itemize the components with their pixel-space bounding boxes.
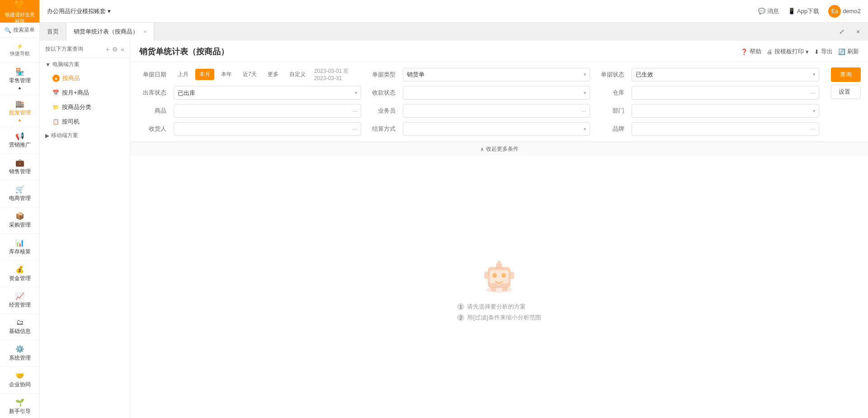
warehouse-dots[interactable]: ··· <box>810 89 816 96</box>
sidebar-item-sales[interactable]: 💼 销售管理 <box>0 154 39 180</box>
scheme-settings-btn[interactable]: ⚙ <box>112 46 118 53</box>
sidebar-item-operation[interactable]: 📈 经营管理 <box>0 287 39 314</box>
date-btn-current-year[interactable]: 本年 <box>217 69 236 80</box>
sidebar-item-ecom[interactable]: 🛒 电商管理 <box>0 180 39 207</box>
collapse-panel-btn[interactable]: « <box>121 46 124 53</box>
sidebar-item-inventory[interactable]: 📊 库存核算 <box>0 234 39 261</box>
doc-status-select[interactable]: 已生效 <box>632 68 819 81</box>
product-dots[interactable]: ··· <box>352 107 358 114</box>
sidebar-item-finance[interactable]: 💰 资金管理 <box>0 261 39 287</box>
group-mobile-expand-arrow: ▶ <box>45 133 49 139</box>
user-avatar[interactable]: Ea demo2 <box>828 5 861 18</box>
sidebar-item-newbie[interactable]: 🌱 新手引导 <box>0 394 39 418</box>
quick-nav-item[interactable]: ⚡ 快捷导航 <box>0 41 39 60</box>
group-mobile[interactable]: ▶ 移动端方案 <box>40 129 130 142</box>
help-btn[interactable]: ❓ 帮助 <box>741 48 761 56</box>
group-pc[interactable]: ▼ 电脑端方案 <box>40 58 130 71</box>
template-print-btn[interactable]: 🖨 按模板打印 ▾ <box>767 48 809 56</box>
topbar-right: 💬 消息 📱 App下载 Ea demo2 <box>758 5 861 18</box>
warehouse-label: 仓库 <box>597 89 624 97</box>
restore-icon: ⤢ <box>839 28 844 35</box>
receiver-input[interactable] <box>174 122 361 136</box>
sidebar-item-purchase[interactable]: 📦 采购管理 <box>0 207 39 234</box>
refresh-label: 刷新 <box>847 48 859 56</box>
filter-row-1: 单据日期 上月 本月 本年 近7天 更多 自定义 2023-03-01 至 20… <box>139 67 819 81</box>
salesman-dots[interactable]: ··· <box>581 107 587 114</box>
scheme-by-category[interactable]: 📁 按商品分类 <box>40 100 130 114</box>
tab-close-all-btn[interactable]: × <box>852 25 864 38</box>
retail-icon: 🏪 <box>15 67 24 76</box>
group-pc-expand-arrow: ▼ <box>45 62 51 68</box>
page-header-actions: ❓ 帮助 🖨 按模板打印 ▾ ⬇ 导出 🔄 <box>741 48 859 56</box>
date-btn-more[interactable]: 更多 <box>264 69 283 80</box>
tab-active-label: 销货单统计表（按商品） <box>74 28 138 36</box>
tab-active[interactable]: 销货单统计表（按商品） × <box>66 23 154 41</box>
empty-tip-1: 1 请先选择要分析的方案 <box>457 303 541 311</box>
add-scheme-btn[interactable]: + <box>106 46 109 53</box>
export-btn[interactable]: ⬇ 导出 <box>814 48 833 56</box>
page-title: 销货单统计表（按商品） <box>139 46 229 57</box>
scheme-active-icon: ● <box>52 75 60 82</box>
empty-illustration <box>476 252 522 297</box>
svg-rect-8 <box>509 271 514 279</box>
warehouse-input[interactable] <box>632 86 819 100</box>
filter-row-2: 出库状态 已出库 ▾ 收款状态 <box>139 86 819 100</box>
svg-point-3 <box>492 273 497 278</box>
out-status-select[interactable]: 已出库 <box>174 86 361 100</box>
industry-selector[interactable]: 办公用品行业模拟账套 ▾ <box>47 7 111 15</box>
left-panel-title: 按以下方案查询 <box>45 45 83 53</box>
app-download-btn[interactable]: 📱 App下载 <box>788 7 819 15</box>
scheme-month-icon: 📅 <box>52 90 59 96</box>
tab-close-btn[interactable]: × <box>144 29 146 34</box>
doc-type-select[interactable]: 销货单 <box>403 68 590 81</box>
svg-rect-10 <box>502 287 508 291</box>
newbie-label: 新手引导 <box>9 408 31 415</box>
date-btn-current-month[interactable]: 本月 <box>195 69 214 80</box>
brand-input[interactable] <box>632 122 819 136</box>
date-btn-7days[interactable]: 近7天 <box>239 69 261 80</box>
wholesale-label: 批发管理 <box>9 109 31 117</box>
brand-dots[interactable]: ··· <box>810 125 816 133</box>
sidebar-item-basic[interactable]: 🗂 基础信息 <box>0 314 39 340</box>
tab-restore-btn[interactable]: ⤢ <box>835 25 848 38</box>
left-panel-actions: + ⚙ « <box>106 46 124 53</box>
date-btn-prev-month[interactable]: 上月 <box>174 69 193 80</box>
filter-row-4: 收货人 ··· 结算方式 ▾ <box>139 122 819 136</box>
pay-status-select[interactable] <box>403 86 590 100</box>
refresh-btn[interactable]: 🔄 刷新 <box>838 48 859 56</box>
collapse-icon: ∧ <box>480 146 484 152</box>
scheme-by-sku[interactable]: 📋 按司机 <box>40 114 130 129</box>
sidebar: 🧡 畅捷通好生意 标版 🔍 搜索菜单 ⚡ 快捷导航 🏪 零售管理 ▲ 🏬 批发管… <box>0 0 40 418</box>
sidebar-item-enterprise[interactable]: 🤝 企业协同 <box>0 367 39 394</box>
collapse-bar[interactable]: ∧ 收起更多条件 <box>130 142 868 156</box>
basic-label: 基础信息 <box>9 328 31 335</box>
tip-num-1: 1 <box>457 303 464 310</box>
query-button[interactable]: 查询 <box>831 67 861 82</box>
message-btn[interactable]: 💬 消息 <box>758 7 779 15</box>
avatar-icon: Ea <box>828 5 841 18</box>
product-input[interactable] <box>174 104 361 118</box>
sidebar-item-wholesale[interactable]: 🏬 批发管理 ▲ <box>0 95 39 127</box>
scheme-by-product[interactable]: ● 按商品 <box>40 71 130 86</box>
page-header: 销货单统计表（按商品） ❓ 帮助 🖨 按模板打印 ▾ ⬇ <box>130 41 868 62</box>
search-icon: 🔍 <box>5 27 11 33</box>
wholesale-expand-icon: ▲ <box>18 118 22 122</box>
search-menu[interactable]: 🔍 搜索菜单 <box>0 23 39 38</box>
scheme-by-month-product[interactable]: 📅 按月+商品 <box>40 86 130 100</box>
doc-type-label: 单据类型 <box>368 71 396 79</box>
enterprise-icon: 🤝 <box>15 371 24 380</box>
scheme-by-category-label: 按商品分类 <box>62 103 91 111</box>
sidebar-item-retail[interactable]: 🏪 零售管理 ▲ <box>0 63 39 95</box>
payment-select[interactable] <box>403 122 590 136</box>
receiver-dots[interactable]: ··· <box>352 125 358 133</box>
sidebar-item-marketing[interactable]: 📢 营销推广 <box>0 127 39 154</box>
tab-home[interactable]: 首页 <box>40 23 66 41</box>
dept-select[interactable] <box>632 104 819 118</box>
date-btn-custom[interactable]: 自定义 <box>285 69 310 80</box>
salesman-control: ··· <box>403 104 590 118</box>
sidebar-item-system[interactable]: ⚙️ 系统管理 <box>0 340 39 367</box>
salesman-input[interactable] <box>403 104 590 118</box>
sales-label: 销售管理 <box>9 168 31 176</box>
refresh-icon: 🔄 <box>838 48 845 55</box>
settings-button[interactable]: 设置 <box>831 85 861 99</box>
